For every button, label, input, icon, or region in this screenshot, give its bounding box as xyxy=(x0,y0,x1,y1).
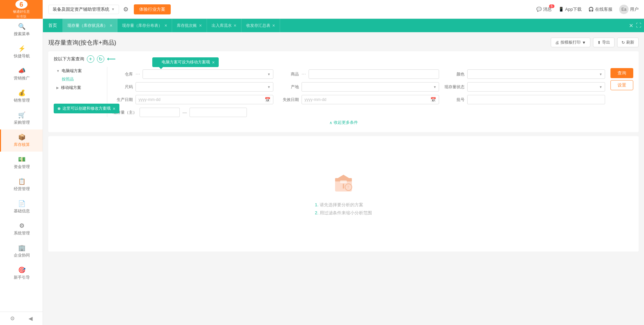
stock-main-to[interactable] xyxy=(190,108,247,117)
export-icon: ⬆ xyxy=(597,40,601,45)
expiry-date-input[interactable]: yyyy-mm-dd 📅 xyxy=(302,95,439,104)
sidebar-bottom: ⚙ ◀ xyxy=(0,312,43,325)
sidebar-item-search[interactable]: 🔍 搜索菜单 xyxy=(0,19,43,41)
user-item[interactable]: Ea 用户 xyxy=(619,5,639,14)
sidebar-item-guide[interactable]: ⚡ 快捷导航 xyxy=(0,41,43,63)
production-date-calendar-icon[interactable]: 📅 xyxy=(265,97,270,102)
sidebar-item-inventory[interactable]: 📦 库存核算 xyxy=(0,129,43,152)
tab-batch-ledger[interactable]: 库存批次账 × xyxy=(172,19,207,32)
system-selector[interactable]: 装备及固定资产辅助管理系统 ▼ xyxy=(48,5,119,14)
empty-tips: 请先选择要分析的方案 用过滤条件来缩小分析范围 xyxy=(315,202,372,218)
header-settings-icon[interactable]: ⚙ xyxy=(123,6,128,13)
sidebar-item-system[interactable]: ⚙ 系统管理 xyxy=(0,218,43,240)
fullscreen-icon[interactable]: ⛶ xyxy=(636,22,641,29)
stock-main-from[interactable] xyxy=(140,108,180,117)
tooltip-close-1[interactable]: × xyxy=(212,60,215,65)
online-support-label: 在线客服 xyxy=(595,6,612,12)
filter-production-date: 生产日期 yyyy-mm-dd 📅 xyxy=(113,95,273,104)
tab-batch-ledger-close[interactable]: × xyxy=(199,23,202,28)
logo-icon: 6 xyxy=(15,0,28,9)
tooltip-close-2[interactable]: × xyxy=(113,106,115,111)
top-header: 装备及固定资产辅助管理系统 ▼ ⚙ 体验行业方案 💬 消息 6 📱 App下载 … xyxy=(43,0,644,19)
size-label: 尺码 xyxy=(113,84,133,90)
template-print-label: 按模板打印 xyxy=(560,40,581,45)
search-btn[interactable]: 查询 xyxy=(610,68,633,78)
tab-home[interactable]: 首页 xyxy=(43,19,63,32)
stock-main-separator: — xyxy=(182,110,187,115)
sidebar-item-operations[interactable]: 📋 经营管理 xyxy=(0,174,43,196)
tab-inventory-status[interactable]: 现存量（库存状况表） × xyxy=(63,19,117,32)
expiry-date-calendar-icon[interactable]: 📅 xyxy=(430,97,436,102)
tooltip-popup-2: 这里可以创建和修改方案哦 × xyxy=(54,104,119,113)
user-avatar: Ea xyxy=(619,5,629,14)
template-print-btn[interactable]: 🖨 按模板打印 ▼ xyxy=(551,38,590,47)
tab-in-out-flow-close[interactable]: × xyxy=(234,23,236,28)
close-all-tabs-icon[interactable]: ✕ xyxy=(629,22,633,29)
basic-nav-icon: 📄 xyxy=(18,200,25,207)
collapse-label: 收起更多条件 xyxy=(334,120,358,125)
scheme-desktop[interactable]: ▼ 电脑端方案 xyxy=(54,67,103,75)
goods-input[interactable] xyxy=(309,69,439,79)
tab-inventory-status-close[interactable]: × xyxy=(110,23,112,28)
sidebar-item-enterprise[interactable]: 🏢 企业协同 xyxy=(0,240,43,262)
collapse-sidebar-icon[interactable]: ◀ xyxy=(29,315,33,322)
tab-inventory-dist-close[interactable]: × xyxy=(164,23,167,28)
empty-illustration: ? xyxy=(330,170,357,197)
batch-no-input[interactable] xyxy=(467,95,605,104)
stock-status-input[interactable] xyxy=(467,82,605,92)
guide-nav-icon: ⚡ xyxy=(18,45,25,52)
collapse-row[interactable]: ∧ 收起更多条件 xyxy=(54,117,633,128)
sidebar-item-enterprise-label: 企业协同 xyxy=(14,253,30,258)
tab-receive-summary-close[interactable]: × xyxy=(272,23,275,28)
sidebar-item-basic-label: 基础信息 xyxy=(14,208,30,214)
size-select-wrap: ▼ xyxy=(136,82,273,92)
color-input[interactable] xyxy=(467,69,605,79)
sidebar-item-purchase[interactable]: 🛒 采购管理 xyxy=(0,107,43,129)
industry-btn[interactable]: 体验行业方案 xyxy=(134,4,171,14)
production-date-input[interactable]: yyyy-mm-dd 📅 xyxy=(136,95,273,104)
filter-batch-no: 批号 xyxy=(444,95,605,104)
warehouse-input[interactable] xyxy=(143,69,273,79)
svg-rect-2 xyxy=(340,180,347,183)
filter-add-btn[interactable]: + xyxy=(87,55,94,63)
sidebar-item-finance[interactable]: 💵 资金管理 xyxy=(0,152,43,174)
sidebar-item-newbie[interactable]: 🎯 新手引导 xyxy=(0,262,43,284)
inventory-nav-icon: 📦 xyxy=(18,133,25,141)
message-badge: 6 xyxy=(549,4,554,8)
newbie-nav-icon: 🎯 xyxy=(18,266,25,274)
reset-btn[interactable]: 设置 xyxy=(610,80,633,90)
size-input[interactable] xyxy=(136,82,273,92)
sidebar-item-guide-label: 快捷导航 xyxy=(14,53,30,59)
sidebar-item-sales-label: 销售管理 xyxy=(14,98,30,103)
user-label: 用户 xyxy=(630,6,639,12)
goods-dots[interactable]: ··· xyxy=(302,71,306,77)
message-icon-wrap[interactable]: 💬 消息 6 xyxy=(536,6,552,12)
filter-refresh-btn[interactable]: ↻ xyxy=(97,55,104,63)
sidebar-item-basic[interactable]: 📄 基础信息 xyxy=(0,196,43,218)
batch-no-label: 批号 xyxy=(444,97,465,103)
scheme-mobile[interactable]: ▶ 移动端方案 xyxy=(54,84,103,92)
settings-bottom-icon[interactable]: ⚙ xyxy=(10,315,15,322)
sidebar-item-sales[interactable]: 💰 销售管理 xyxy=(0,85,43,107)
tab-inventory-dist[interactable]: 现存量（库存分布表） × xyxy=(117,19,172,32)
enterprise-nav-icon: 🏢 xyxy=(18,244,25,252)
warehouse-dots[interactable]: ··· xyxy=(136,71,140,77)
sidebar-item-operations-label: 经营管理 xyxy=(14,186,30,192)
online-support-item[interactable]: 🎧 在线客服 xyxy=(588,6,612,12)
refresh-btn[interactable]: ↻ 刷新 xyxy=(617,38,639,47)
filter-back-btn[interactable]: ⟵ xyxy=(107,55,116,63)
scheme-desktop-child-0[interactable]: 按照品 xyxy=(59,75,103,84)
origin-input[interactable] xyxy=(302,82,439,92)
search-nav-icon: 🔍 xyxy=(18,23,25,30)
headset-icon: 🎧 xyxy=(588,7,594,12)
app-download-item[interactable]: 📱 App下载 xyxy=(558,6,582,12)
tooltip-dot-1 xyxy=(156,61,160,64)
tab-in-out-flow[interactable]: 出入库流水 × xyxy=(207,19,241,32)
sidebar-item-marketing[interactable]: 📣 营销推广 xyxy=(0,63,43,85)
filter-label: 按以下方案查询 xyxy=(54,56,84,62)
svg-rect-4 xyxy=(343,184,344,188)
main-area: 装备及固定资产辅助管理系统 ▼ ⚙ 体验行业方案 💬 消息 6 📱 App下载 … xyxy=(43,0,644,325)
filter-row-2: 生产日期 yyyy-mm-dd 📅 失效日期 yyyy-mm-dd 📅 xyxy=(113,95,605,104)
tab-receive-summary[interactable]: 收发存汇总表 × xyxy=(241,19,280,32)
export-btn[interactable]: ⬆ 导出 xyxy=(593,38,614,47)
